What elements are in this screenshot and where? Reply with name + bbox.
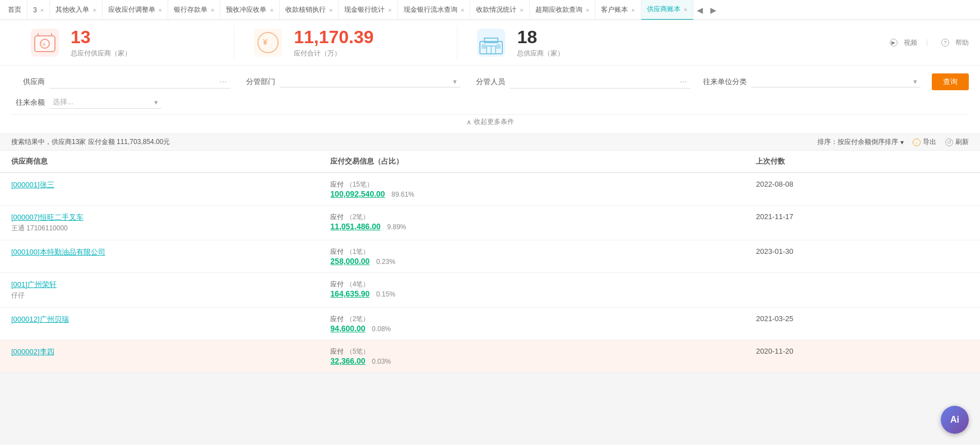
ap-label-2: 应付 （1笔） bbox=[330, 247, 395, 257]
top-nav: 首页 3 × 其他收入单 × 应收应付调整单 × 银行存款单 × 预收冲应收单 … bbox=[0, 0, 980, 20]
nav-tab-other-income[interactable]: 其他收入单 × bbox=[50, 0, 102, 20]
search-row-1: 供应商 ··· 分管部门 ▾ 分管人员 ··· 往来单位分类 bbox=[11, 73, 969, 90]
search-field-person: 分管人员 ··· bbox=[471, 76, 691, 89]
close-icon[interactable]: × bbox=[388, 7, 391, 13]
trans-info-4: 应付 （2笔） 94,600.00 0.08% bbox=[330, 314, 391, 333]
search-area: 供应商 ··· 分管部门 ▾ 分管人员 ··· 往来单位分类 bbox=[0, 66, 980, 134]
supplier-link-4[interactable]: [000012]广州贝瑞 bbox=[11, 315, 69, 323]
collapse-button[interactable]: ∧ 收起更多条件 bbox=[11, 114, 969, 129]
supplier-link-3[interactable]: [001]广州荣轩 bbox=[11, 280, 57, 289]
nav-tab-overdue-collect[interactable]: 超期应收款查询 × bbox=[530, 0, 595, 20]
close-icon[interactable]: × bbox=[40, 7, 44, 13]
row-supplier-3: [001]广州荣轩 仔仔 bbox=[11, 280, 330, 300]
nav-tab-advance-collect[interactable]: 预收冲应收单 × bbox=[220, 0, 279, 20]
row-transaction-1: 应付 （2笔） 11,051,486.00 9.89% bbox=[330, 212, 756, 231]
nav-tab-cash-bank-stats-label: 现金银行统计 bbox=[344, 5, 385, 15]
header-summary: ¥ 13 总应付供应商（家） ¥ 11,170.39 应付合计（万） bbox=[0, 20, 980, 66]
supplier-link-1[interactable]: [000007]恒旺二手叉车 bbox=[11, 213, 84, 221]
nav-tab-t3[interactable]: 3 × bbox=[27, 0, 50, 20]
amount-link-4[interactable]: 94,600.00 bbox=[330, 324, 365, 333]
supplier-link-2[interactable]: [000100]本特勤油品有限公司 bbox=[11, 248, 105, 256]
nav-tab-t3-label: 3 bbox=[33, 6, 37, 14]
stat3-num: 18 bbox=[517, 27, 564, 48]
dept-select[interactable]: ▾ bbox=[280, 76, 461, 87]
percent-4: 0.08% bbox=[372, 325, 391, 333]
sort-button[interactable]: 排序：按应付余额倒序排序 ▾ bbox=[817, 137, 904, 147]
row-transaction-3: 应付 （4笔） 164,635.90 0.15% bbox=[330, 280, 756, 298]
ap-total-icon: ¥ bbox=[251, 26, 285, 59]
nav-tab-cash-bank-flow-label: 现金银行流水查询 bbox=[404, 5, 457, 15]
stat2-label: 应付合计（万） bbox=[294, 49, 373, 58]
nav-tab-collection-stats-label: 收款情况统计 bbox=[476, 5, 516, 15]
nav-tab-cash-bank-stats[interactable]: 现金银行统计 × bbox=[339, 0, 397, 20]
table-row: [000001]张三 应付 （15笔） 100,092,540.00 89.61… bbox=[0, 173, 980, 206]
amount-link-1[interactable]: 11,051,486.00 bbox=[330, 222, 381, 231]
ap-amount-row-3: 164,635.90 0.15% bbox=[330, 289, 395, 298]
nav-tab-home[interactable]: 首页 bbox=[2, 0, 27, 20]
supplier-input-wrap[interactable]: ··· bbox=[49, 76, 230, 89]
nav-tab-collection-verify[interactable]: 收款核销执行 × bbox=[280, 0, 339, 20]
person-input[interactable] bbox=[513, 77, 679, 86]
person-input-wrap[interactable]: ··· bbox=[510, 76, 691, 89]
balance-label: 往来余额 bbox=[11, 98, 45, 108]
svg-text:¥: ¥ bbox=[42, 41, 46, 47]
sort-chevron-icon: ▾ bbox=[900, 138, 904, 146]
nav-tab-collection-stats[interactable]: 收款情况统计 × bbox=[470, 0, 529, 20]
search-field-category: 往来单位分类 ▾ bbox=[702, 76, 921, 87]
trans-info-2: 应付 （1笔） 258,000.00 0.23% bbox=[330, 247, 395, 266]
close-icon[interactable]: × bbox=[329, 7, 332, 13]
ap-amount-row-2: 258,000.00 0.23% bbox=[330, 257, 395, 266]
amount-link-2[interactable]: 258,000.00 bbox=[330, 257, 369, 266]
supplier-link-5[interactable]: [000002]李四 bbox=[11, 347, 54, 356]
trans-info-0: 应付 （15笔） 100,092,540.00 89.61% bbox=[330, 180, 414, 198]
col-header-transaction: 应付交易信息（占比） bbox=[330, 156, 756, 166]
row-transaction-0: 应付 （15笔） 100,092,540.00 89.61% bbox=[330, 180, 756, 198]
refresh-button[interactable]: ↺ 刷新 bbox=[945, 137, 969, 147]
nav-arrow-right[interactable]: ▶ bbox=[707, 0, 720, 20]
close-icon[interactable]: × bbox=[520, 7, 523, 13]
percent-0: 89.61% bbox=[391, 191, 414, 198]
nav-tab-customer-account[interactable]: 客户账本 × bbox=[595, 0, 641, 20]
col-header-lastpay: 上次付数 bbox=[756, 156, 969, 166]
table-row: [000002]李四 应付 （5笔） 32,366.00 0.03% 2020-… bbox=[0, 340, 980, 373]
nav-tab-ap-adjust[interactable]: 应收应付调整单 × bbox=[103, 0, 168, 20]
total-supplier-icon bbox=[474, 26, 508, 59]
close-icon[interactable]: × bbox=[684, 6, 687, 13]
balance-select[interactable]: 选择... ▾ bbox=[49, 96, 161, 109]
help-btn[interactable]: ? 帮助 bbox=[937, 38, 969, 48]
supplier-input[interactable] bbox=[53, 77, 219, 86]
category-select[interactable]: ▾ bbox=[751, 76, 921, 87]
video-btn[interactable]: ▶ 视频 bbox=[885, 38, 917, 48]
chevron-down-icon: ▾ bbox=[453, 77, 457, 86]
nav-tab-supplier-account[interactable]: 供应商账本 × bbox=[641, 0, 694, 20]
nav-tab-bank-deposit[interactable]: 银行存款单 × bbox=[168, 0, 220, 20]
video-circle-icon: ▶ bbox=[890, 39, 898, 47]
table-row: [000012]广州贝瑞 应付 （2笔） 94,600.00 0.08% 202… bbox=[0, 308, 980, 340]
ap-amount-row-0: 100,092,540.00 89.61% bbox=[330, 189, 414, 198]
close-icon[interactable]: × bbox=[461, 7, 464, 13]
nav-tab-cash-bank-flow[interactable]: 现金银行流水查询 × bbox=[398, 0, 470, 20]
supplier-dots-icon[interactable]: ··· bbox=[219, 77, 226, 87]
close-icon[interactable]: × bbox=[586, 7, 589, 13]
ap-label-0: 应付 （15笔） bbox=[330, 180, 414, 189]
person-dots-icon[interactable]: ··· bbox=[679, 77, 687, 87]
nav-tab-supplier-account-label: 供应商账本 bbox=[647, 4, 681, 14]
nav-arrow-left[interactable]: ◀ bbox=[694, 0, 707, 20]
col-header-supplier: 供应商信息 bbox=[11, 156, 330, 166]
export-button[interactable]: ↓ 导出 bbox=[913, 137, 936, 147]
amount-link-5[interactable]: 32,366.00 bbox=[330, 356, 365, 365]
close-icon[interactable]: × bbox=[631, 7, 635, 13]
close-icon[interactable]: × bbox=[159, 7, 162, 13]
close-icon[interactable]: × bbox=[93, 7, 96, 13]
close-icon[interactable]: × bbox=[270, 7, 273, 13]
table-row: [000007]恒旺二手叉车 王通 17106110000 应付 （2笔） 11… bbox=[0, 206, 980, 240]
nav-tab-advance-collect-label: 预收冲应收单 bbox=[226, 5, 266, 15]
amount-link-3[interactable]: 164,635.90 bbox=[330, 289, 369, 298]
query-button[interactable]: 查询 bbox=[932, 73, 969, 90]
amount-link-0[interactable]: 100,092,540.00 bbox=[330, 189, 385, 198]
close-icon[interactable]: × bbox=[211, 7, 214, 13]
export-icon: ↓ bbox=[913, 138, 921, 146]
supplier-link-0[interactable]: [000001]张三 bbox=[11, 180, 54, 189]
summary-text-3: 18 总供应商（家） bbox=[517, 27, 564, 58]
row-lastpay-2: 2023-01-30 bbox=[756, 247, 969, 256]
